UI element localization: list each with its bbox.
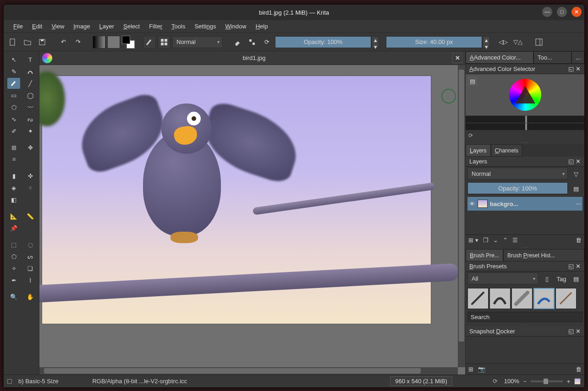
float-icon[interactable]: ◱	[568, 263, 574, 270]
tab-layers[interactable]: Layers	[466, 144, 491, 157]
layer-row[interactable]: 👁 backgro... ▫▫▫	[467, 197, 583, 211]
move-up-button[interactable]: ⌃	[503, 237, 508, 244]
zoom-in-button[interactable]: ＋	[566, 377, 572, 386]
delete-snapshot-button[interactable]: 🗑	[576, 366, 582, 373]
pattern-button[interactable]	[107, 36, 120, 49]
zoom-out-button[interactable]: －	[522, 377, 528, 386]
selection-indicator-icon[interactable]	[7, 379, 12, 384]
ellipse-select-tool[interactable]: ◌	[24, 239, 37, 250]
bezier-tool[interactable]: ∿	[7, 114, 20, 125]
menu-filter[interactable]: Filter	[145, 22, 166, 31]
color-selector[interactable]: ▤	[466, 74, 584, 115]
rotate-canvas-icon[interactable]: ⟳	[493, 378, 498, 385]
layer-settings-button[interactable]: ▤	[570, 182, 583, 195]
size-down[interactable]: ▾	[483, 43, 489, 50]
undo-button[interactable]: ↶	[57, 36, 70, 49]
gradient-button[interactable]	[93, 36, 105, 49]
brush-preset-button[interactable]	[143, 36, 156, 49]
panel-handle[interactable]: ┄┄┄	[466, 245, 584, 249]
color-history[interactable]	[466, 115, 584, 130]
brush-filter-combo[interactable]: All	[467, 272, 539, 284]
maximize-button[interactable]: □	[557, 7, 567, 17]
tab-overflow[interactable]: ...	[572, 51, 584, 64]
canvas-viewport[interactable]	[39, 65, 465, 375]
gradient-tool[interactable]: ◈	[7, 182, 20, 193]
brush-preset-2[interactable]	[489, 288, 511, 309]
add-layer-button[interactable]: ⊞ ▾	[468, 237, 478, 244]
size-slider[interactable]: Size: 40.00 px▴▾	[386, 36, 482, 48]
close-icon[interactable]: ✕	[576, 158, 581, 165]
tab-advanced-color[interactable]: AAdvanced Color...	[466, 51, 533, 64]
layer-filter-button[interactable]: ▽	[570, 168, 583, 180]
menu-file[interactable]: File	[9, 22, 27, 31]
fill-tool[interactable]: ▮	[7, 170, 20, 181]
zoom-tool[interactable]: 🔍	[7, 291, 20, 302]
opacity-down[interactable]: ▾	[372, 43, 379, 50]
brush-preset-5[interactable]	[555, 288, 577, 309]
freehand-brush-tool[interactable]	[7, 78, 20, 89]
open-file-button[interactable]	[21, 36, 34, 49]
status-dimensions[interactable]: 960 x 540 (2.1 MiB)	[390, 376, 452, 386]
alpha-lock-button[interactable]	[246, 36, 258, 49]
scrollbar-horizontal[interactable]	[39, 367, 458, 375]
workspace-button[interactable]	[533, 36, 545, 49]
duplicate-layer-button[interactable]: ❐	[483, 237, 489, 244]
brush-tag-button[interactable]: Tag	[555, 272, 568, 285]
rect-select-tool[interactable]: ⬚	[7, 239, 20, 250]
close-icon[interactable]: ✕	[576, 328, 581, 335]
float-icon[interactable]: ◱	[568, 65, 574, 72]
mirror-h-button[interactable]: ◁▷	[497, 36, 510, 49]
menu-help[interactable]: Help	[252, 22, 272, 31]
move-tool[interactable]: ✥	[24, 142, 37, 153]
assistant-tool[interactable]: 📐	[7, 211, 20, 222]
text-tool[interactable]: T	[24, 54, 37, 65]
opacity-up[interactable]: ▴	[372, 37, 379, 43]
brush-view-button[interactable]: ▯	[540, 272, 553, 285]
tab-tool-options[interactable]: Too...	[533, 51, 572, 64]
menu-window[interactable]: Window	[221, 22, 250, 31]
smart-fill-tool[interactable]: ◧	[7, 194, 20, 205]
similar-select-tool[interactable]: ❏	[24, 263, 37, 274]
ellipse-tool[interactable]: ◯	[24, 90, 37, 101]
panel-handle[interactable]: ┄┄┄	[466, 141, 584, 144]
float-icon[interactable]: ◱	[568, 328, 574, 335]
measure-tool[interactable]: 📏	[24, 211, 37, 222]
menu-layer[interactable]: Layer	[95, 22, 118, 31]
calligraphy-tool[interactable]	[24, 66, 37, 77]
menu-image[interactable]: Image	[69, 22, 94, 31]
freehand-select-tool[interactable]: ᔕ	[24, 251, 37, 262]
menu-tools[interactable]: Tools	[167, 22, 189, 31]
move-tool-cross[interactable]: ⊞	[7, 142, 20, 153]
status-profile[interactable]: RGB/Alpha (8-bit ...le-V2-srgbtrc.icc	[92, 378, 187, 385]
float-icon[interactable]: ◱	[568, 158, 574, 165]
canvas-map-icon[interactable]	[574, 378, 581, 385]
close-icon[interactable]: ✕	[576, 65, 581, 72]
visibility-icon[interactable]: 👁	[469, 201, 475, 207]
layer-lock-icon[interactable]: ▫▫▫	[576, 201, 581, 206]
size-up[interactable]: ▴	[483, 37, 489, 43]
multibrush-tool[interactable]: ✦	[24, 125, 37, 136]
brush-preset-1[interactable]	[467, 288, 489, 309]
pattern-edit-tool[interactable]: ⁘	[24, 182, 37, 193]
minimize-button[interactable]: —	[542, 7, 552, 17]
transform-tool[interactable]: ↖	[7, 54, 20, 65]
layer-opacity-slider[interactable]: Opacity: 100%	[467, 182, 568, 194]
polyline-tool[interactable]: 〰	[24, 102, 37, 113]
menu-settings[interactable]: Settings	[190, 22, 220, 31]
tab-brush-presets[interactable]: Brush Pre...	[466, 249, 503, 261]
polygon-select-tool[interactable]: ⬠	[7, 251, 20, 262]
opacity-slider[interactable]: Opacity: 100%▴▾	[275, 36, 371, 48]
color-swatch[interactable]	[122, 36, 135, 49]
reload-preset-button[interactable]: ⟳	[260, 36, 273, 49]
pan-tool[interactable]: ✋	[24, 291, 37, 302]
close-document-button[interactable]: ✕	[452, 53, 462, 63]
color-menu-icon[interactable]: ▤	[468, 77, 477, 85]
layer-props-button[interactable]: ☰	[512, 237, 518, 244]
move-down-button[interactable]: ⌄	[493, 237, 498, 244]
dynamic-brush-tool[interactable]: ✐	[7, 125, 20, 136]
reference-tool[interactable]: 📌	[7, 223, 20, 234]
rectangle-tool[interactable]: ▭	[7, 90, 20, 101]
polygon-tool[interactable]: ⬠	[7, 102, 20, 113]
tab-brush-history[interactable]: Brush Preset Hist...	[503, 249, 584, 261]
add-snapshot-button[interactable]: ⊞	[468, 366, 473, 373]
